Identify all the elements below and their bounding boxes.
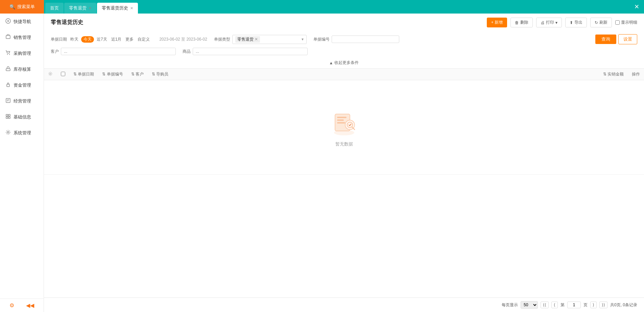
search-menu-button[interactable]: 🔍 搜索菜单 [0, 0, 44, 14]
filter-type: 单据类型 零售退货 ✕ ▾ [214, 35, 307, 44]
date-yesterday[interactable]: 昨天 [69, 36, 80, 43]
refresh-button[interactable]: ↻ 刷新 [590, 18, 612, 27]
volume-icon[interactable]: ◀◀ [26, 302, 34, 309]
prev-page-button[interactable]: ⟨ [551, 302, 558, 308]
total-text: 共0页, 0条记录 [610, 302, 637, 308]
search-menu-label: 搜索菜单 [17, 4, 35, 10]
filter-id: 单据编号 [313, 36, 399, 43]
col-checkbox [57, 69, 69, 80]
filter-customer: 客户 [51, 48, 176, 55]
svg-rect-1 [6, 36, 10, 39]
date-range-text: 2023-06-02 至 2023-06-02 [159, 37, 207, 42]
content-area: 零售退货历史 + 新增 🗑 删除 🖨 打印 ▾ ⬆ 导出 [44, 14, 644, 312]
customer-input[interactable] [61, 48, 176, 55]
goods-input[interactable] [193, 48, 308, 55]
main-layout: 快捷导航 销售管理 采购管理 库存核算 资金管理 [0, 14, 644, 312]
col-date: ⇅ 单据日期 [69, 69, 98, 80]
sidebar-item-label-inventory: 库存核算 [14, 66, 31, 72]
type-tag-remove[interactable]: ✕ [255, 37, 258, 42]
page-label: 第 [560, 302, 565, 308]
delete-button[interactable]: 🗑 删除 [510, 18, 533, 27]
svg-rect-5 [7, 84, 9, 87]
close-tab-retail-return[interactable]: ✕ [89, 6, 92, 10]
customer-filter-label: 客户 [51, 49, 59, 54]
sidebar-item-label-system: 系统管理 [14, 130, 31, 136]
sort-icon-customer: ⇅ [131, 72, 135, 76]
svg-point-11 [7, 132, 9, 133]
add-button[interactable]: + 新增 [487, 18, 507, 27]
page-input[interactable] [567, 302, 581, 308]
page-title: 零售退货历史 [51, 19, 83, 26]
sidebar-item-base[interactable]: 基础信息 [0, 109, 44, 125]
date-7days[interactable]: 近7天 [95, 36, 109, 43]
sidebar-item-sales[interactable]: 销售管理 [0, 29, 44, 45]
close-tab-retail-return-history[interactable]: ✕ [130, 6, 133, 10]
svg-rect-9 [6, 117, 8, 118]
col-date-label: 单据日期 [78, 72, 94, 76]
filter-date-range: 2023-06-02 至 2023-06-02 [158, 37, 207, 42]
col-id: ⇅ 单据编号 [98, 69, 127, 80]
sort-icon-guide: ⇅ [152, 72, 155, 76]
tab-retail-return[interactable]: 零售退货 ✕ [64, 3, 96, 14]
sidebar-item-system[interactable]: 系统管理 [0, 125, 44, 141]
sidebar-item-operation[interactable]: 经营管理 [0, 93, 44, 109]
filter-row-1: 单据日期 昨天 今天 近7天 近1月 更多 自定义 2023-06-02 至 2… [51, 34, 637, 44]
print-button[interactable]: 🖨 打印 ▾ [536, 18, 562, 27]
settings-filter-button[interactable]: 设置 [618, 34, 637, 44]
display-toggle-checkbox[interactable] [615, 20, 620, 25]
display-toggle-label: 显示明细 [621, 20, 637, 25]
sidebar-item-purchase[interactable]: 采购管理 [0, 45, 44, 61]
export-button[interactable]: ⬆ 导出 [565, 18, 587, 27]
sidebar-item-quick-nav[interactable]: 快捷导航 [0, 14, 44, 29]
svg-point-2 [7, 54, 8, 55]
page-header-top: 零售退货历史 + 新增 🗑 删除 🖨 打印 ▾ ⬆ 导出 [51, 18, 637, 31]
sidebar-item-finance[interactable]: 资金管理 [0, 77, 44, 93]
collapse-button[interactable]: ▲ 收起更多条件 [329, 60, 359, 66]
type-select[interactable]: 零售退货 ✕ ▾ [232, 35, 307, 44]
empty-row: 暂无数据 [44, 80, 644, 175]
date-custom[interactable]: 自定义 [136, 36, 151, 43]
system-icon [5, 130, 11, 136]
collapse-label: 收起更多条件 [334, 60, 359, 66]
last-page-button[interactable]: ⟩⟩ [599, 302, 607, 308]
purchase-icon [5, 50, 11, 57]
query-button[interactable]: 查询 [595, 35, 616, 44]
window-close-button[interactable]: ✕ [634, 3, 639, 10]
type-filter-label: 单据类型 [214, 37, 230, 42]
svg-rect-6 [6, 98, 10, 103]
col-amount: ⇅ 实销金额 [599, 69, 628, 80]
settings-icon[interactable]: ⚙ [9, 302, 14, 309]
per-page-select[interactable]: 50 10 20 100 [521, 301, 538, 309]
col-amount-label: 实销金额 [607, 72, 624, 76]
tab-home[interactable]: 首页 [45, 3, 64, 14]
id-input[interactable] [332, 36, 399, 43]
sidebar-item-inventory[interactable]: 库存核算 [0, 61, 44, 77]
collapse-icon: ▲ [329, 61, 333, 65]
first-page-button[interactable]: ⟨⟨ [541, 302, 549, 308]
date-more[interactable]: 更多 [124, 36, 135, 43]
goods-filter-label: 商品 [183, 49, 191, 54]
base-icon [5, 114, 11, 120]
sidebar: 快捷导航 销售管理 采购管理 库存核算 资金管理 [0, 14, 44, 312]
next-page-button[interactable]: ⟩ [590, 302, 597, 308]
search-icon: 🔍 [9, 4, 15, 9]
date-today[interactable]: 今天 [81, 36, 94, 43]
col-guide-label: 导购员 [156, 72, 168, 76]
print-chevron: ▾ [555, 20, 557, 25]
no-data-image [329, 107, 359, 138]
select-all-checkbox[interactable] [61, 72, 65, 76]
filter-date: 单据日期 昨天 今天 近7天 近1月 更多 自定义 [51, 36, 151, 43]
display-toggle[interactable]: 显示明细 [615, 20, 637, 25]
svg-rect-10 [8, 117, 10, 118]
date-1month[interactable]: 近1月 [110, 36, 123, 43]
tab-retail-return-history[interactable]: 零售退货历史 ✕ [97, 3, 138, 14]
sidebar-item-label-sales: 销售管理 [14, 35, 31, 41]
filter-goods: 商品 [183, 48, 308, 55]
svg-rect-16 [337, 119, 344, 121]
svg-point-3 [9, 54, 10, 55]
svg-rect-4 [6, 69, 10, 71]
svg-point-12 [50, 73, 51, 74]
tab-area: 首页 零售退货 ✕ 零售退货历史 ✕ [44, 0, 634, 14]
sidebar-bottom: ⚙ ◀◀ [0, 298, 44, 312]
date-filter-label: 单据日期 [51, 37, 67, 42]
